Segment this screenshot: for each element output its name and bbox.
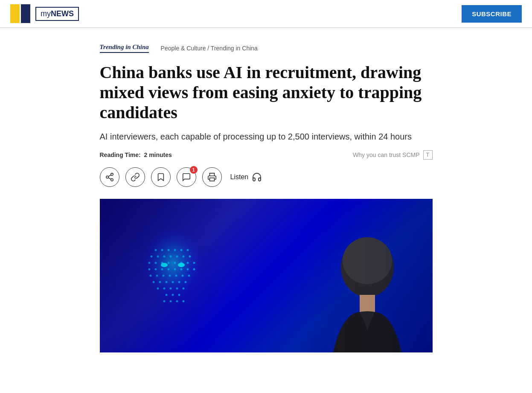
svg-point-31 [168, 268, 170, 270]
breadcrumb: Trending in China People & Culture / Tre… [100, 44, 433, 53]
print-icon [207, 172, 217, 182]
trust-icon: T [423, 150, 433, 160]
bookmark-button[interactable] [151, 167, 171, 187]
svg-point-46 [172, 281, 174, 283]
svg-point-27 [193, 262, 195, 264]
print-button[interactable] [202, 167, 222, 187]
svg-point-43 [153, 281, 155, 283]
svg-point-30 [161, 268, 163, 270]
logo-yellow-square [10, 4, 20, 23]
link-icon [131, 172, 140, 182]
comment-icon [182, 172, 191, 182]
reading-time: Reading Time: 2 minutes [100, 151, 172, 158]
article-actions: 1 Listen [100, 167, 433, 187]
svg-point-32 [174, 268, 176, 270]
svg-point-13 [151, 255, 153, 257]
reading-time-value: 2 minutes [144, 151, 172, 158]
comment-badge: 1 [190, 166, 198, 174]
svg-point-6 [142, 230, 203, 305]
article-meta: Reading Time: 2 minutes Why you can trus… [100, 150, 433, 160]
svg-point-37 [156, 274, 158, 277]
breadcrumb-path[interactable]: People & Culture / Trending in China [161, 45, 258, 52]
svg-point-42 [188, 274, 190, 277]
svg-point-1 [106, 176, 108, 178]
svg-point-45 [166, 281, 168, 283]
subscribe-button[interactable]: SUBSCRIBE [462, 5, 522, 23]
svg-point-64 [343, 237, 392, 284]
svg-point-58 [170, 300, 172, 302]
copy-link-button[interactable] [125, 167, 145, 187]
svg-point-0 [110, 173, 113, 175]
svg-point-33 [180, 268, 183, 270]
svg-point-48 [185, 281, 187, 283]
listen-label: Listen [230, 173, 249, 181]
svg-point-2 [110, 178, 113, 181]
svg-line-3 [108, 178, 110, 179]
svg-point-39 [169, 274, 171, 277]
svg-point-14 [157, 255, 159, 257]
svg-point-19 [189, 255, 191, 257]
svg-point-20 [148, 262, 151, 264]
svg-point-24 [174, 262, 176, 264]
svg-point-16 [170, 255, 172, 257]
breadcrumb-separator [153, 45, 157, 52]
svg-point-15 [163, 255, 166, 257]
logo-news: NEWS [51, 9, 74, 18]
logo-my: my [41, 9, 51, 18]
svg-point-10 [174, 249, 176, 251]
person-silhouette-graphic [329, 233, 406, 352]
article-content: Trending in China People & Culture / Tre… [74, 28, 458, 370]
svg-point-18 [183, 255, 185, 257]
svg-point-52 [176, 287, 178, 289]
svg-rect-5 [209, 178, 214, 180]
header-logo-area: myNEWS [10, 4, 79, 23]
svg-point-9 [168, 249, 170, 251]
svg-point-11 [180, 249, 183, 251]
logo-navy-square [21, 4, 30, 23]
svg-point-44 [159, 281, 161, 283]
svg-point-62 [178, 263, 185, 267]
svg-point-51 [170, 287, 172, 289]
site-header: myNEWS SUBSCRIBE [0, 0, 532, 28]
svg-point-53 [183, 287, 185, 289]
svg-point-17 [176, 255, 178, 257]
ai-face-graphic [130, 220, 215, 331]
share-button[interactable] [100, 167, 119, 187]
svg-point-26 [187, 262, 189, 264]
svg-point-54 [166, 294, 168, 296]
svg-point-38 [163, 274, 165, 277]
share-icon [105, 172, 114, 182]
comments-button[interactable]: 1 [177, 167, 196, 187]
svg-line-4 [108, 175, 110, 177]
trust-label: Why you can trust SCMP [353, 151, 419, 158]
trust-badge[interactable]: Why you can trust SCMP T [353, 150, 432, 160]
svg-point-50 [163, 287, 166, 289]
svg-point-21 [155, 262, 157, 264]
svg-point-29 [155, 268, 157, 270]
hero-image [100, 199, 433, 352]
logo-squares [10, 4, 30, 23]
svg-point-8 [161, 249, 163, 251]
svg-point-34 [187, 268, 189, 270]
svg-point-47 [178, 281, 180, 283]
headphones-icon [252, 172, 262, 182]
svg-point-41 [182, 274, 184, 277]
breadcrumb-section[interactable]: Trending in China [100, 44, 149, 53]
svg-point-28 [148, 268, 151, 270]
svg-point-12 [187, 249, 189, 251]
svg-point-55 [172, 294, 174, 296]
svg-point-56 [178, 294, 180, 296]
article-subtitle: AI interviewers, each capable of process… [100, 131, 433, 143]
svg-point-7 [155, 249, 157, 251]
svg-point-57 [163, 300, 166, 302]
svg-point-59 [176, 300, 178, 302]
svg-point-23 [168, 262, 170, 264]
reading-time-label: Reading Time: [100, 151, 141, 158]
svg-point-49 [157, 287, 159, 289]
bookmark-icon [156, 172, 166, 182]
logo-text[interactable]: myNEWS [35, 7, 79, 21]
svg-point-61 [161, 263, 168, 267]
article-title: China banks use AI in recruitment, drawi… [100, 62, 433, 123]
listen-button[interactable]: Listen [230, 172, 262, 182]
svg-point-60 [183, 300, 185, 302]
